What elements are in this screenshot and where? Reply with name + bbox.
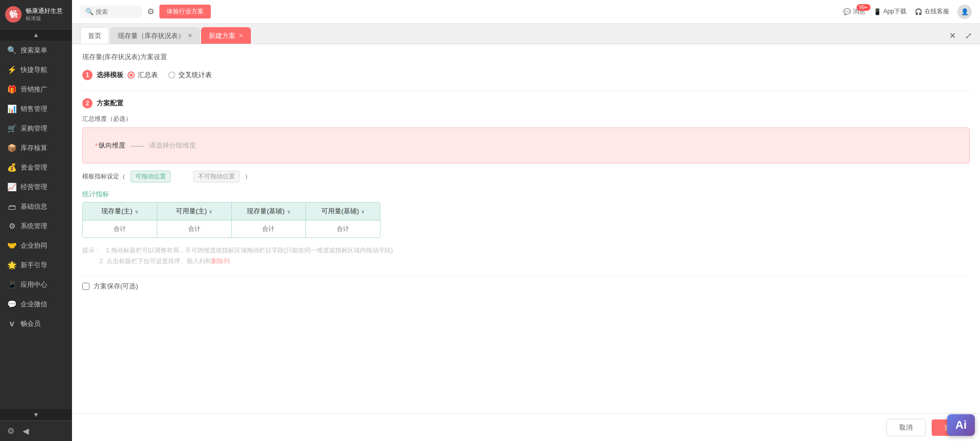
sound-icon[interactable]: ◀ <box>23 426 29 436</box>
sidebar-item-quick-nav[interactable]: ⚡ 快捷导航 <box>0 60 72 80</box>
membership-icon: V <box>7 319 16 328</box>
tab-new-plan[interactable]: 新建方案 ✕ <box>201 27 251 44</box>
app-name: 畅康通好生意 <box>26 7 63 15</box>
step2-header: 2 方案配置 <box>82 98 970 108</box>
stats-col-4[interactable]: 可用量(基辅) ∨ <box>306 203 380 220</box>
save-label: 方案保存(可选) <box>94 282 138 291</box>
col1-chevron[interactable]: ∨ <box>135 209 138 214</box>
stats-col-1[interactable]: 现存量(主) ∨ <box>83 203 157 220</box>
save-checkbox[interactable] <box>82 283 89 290</box>
sidebar-item-operations[interactable]: 📈 经营管理 <box>0 177 72 197</box>
tab-home[interactable]: 首页 <box>80 27 109 44</box>
step2-block: 2 方案配置 汇总维度（必选） * 纵向维度 —— 请选择分组维度 模板指标设定… <box>82 98 970 266</box>
customer-service-button[interactable]: 🎧 在线客服 <box>915 7 949 16</box>
sidebar-item-label: 企业协同 <box>21 241 47 250</box>
logo-text-block: 畅康通好生意 标准版 <box>26 7 63 23</box>
sidebar-item-label: 营销推广 <box>21 85 47 94</box>
tips-title: 提示： 1.拖动标题栏可以调整布局，不可跨维度或指标区域拖动栏目字段(只能在同一… <box>82 246 970 255</box>
sidebar: 畅 畅康通好生意 标准版 ▲ 🔍 搜索菜单 ⚡ 快捷导航 🎁 营销推广 📊 销售… <box>0 0 72 441</box>
stats-cell-4: 合计 <box>306 220 380 237</box>
dimension-field-label: 纵向维度 <box>99 141 125 150</box>
base-info-icon: 🗃 <box>7 202 16 211</box>
sidebar-item-search[interactable]: 🔍 搜索菜单 <box>0 41 72 60</box>
dimension-row[interactable]: * 纵向维度 —— 请选择分组维度 <box>82 127 970 163</box>
system-icon: ⚙ <box>7 222 16 231</box>
step1-header: 1 选择模板 汇总表 交叉统计表 <box>82 70 970 80</box>
sidebar-item-new-guide[interactable]: 🌟 新手引导 <box>0 255 72 275</box>
col2-chevron[interactable]: ∨ <box>209 209 212 214</box>
header-search-box[interactable]: 🔍 <box>80 6 142 17</box>
cancel-button[interactable]: 取消 <box>886 419 925 436</box>
header-settings-icon[interactable]: ⚙ <box>147 7 154 16</box>
operations-icon: 📈 <box>7 182 16 192</box>
user-avatar[interactable]: 👤 <box>957 5 972 19</box>
sidebar-item-base-info[interactable]: 🗃 基础信息 <box>0 197 72 216</box>
tab-close-all-button[interactable]: ✕ <box>946 30 959 42</box>
required-mark: * <box>95 142 98 150</box>
radio-summary[interactable]: 汇总表 <box>128 70 158 80</box>
tab-new-plan-close-icon[interactable]: ✕ <box>239 32 243 39</box>
sidebar-item-finance[interactable]: 💰 资金管理 <box>0 158 72 177</box>
metrics-suffix: ） <box>245 172 251 181</box>
tab-inventory-close-icon[interactable]: ✕ <box>188 32 192 39</box>
ai-badge[interactable]: Ai <box>947 414 975 436</box>
stats-col-2[interactable]: 可用量(主) ∨ <box>157 203 232 220</box>
sidebar-item-system[interactable]: ⚙ 系统管理 <box>0 216 72 236</box>
sidebar-item-label: 资金管理 <box>21 163 47 172</box>
draggable-badge: 可拖动位置 <box>131 171 171 182</box>
tips-section: 提示： 1.拖动标题栏可以调整布局，不可跨维度或指标区域拖动栏目字段(只能在同一… <box>82 246 970 266</box>
sidebar-item-purchase[interactable]: 🛒 采购管理 <box>0 119 72 138</box>
search-icon: 🔍 <box>85 8 94 15</box>
settings-icon[interactable]: ⚙ <box>7 426 14 436</box>
metrics-setting-label: 模板指标设定（ <box>82 172 125 181</box>
finance-icon: 💰 <box>7 163 16 172</box>
stats-col-3[interactable]: 现存量(基辅) ∨ <box>232 203 306 220</box>
sidebar-item-sales[interactable]: 📊 销售管理 <box>0 99 72 119</box>
sidebar-item-label: 企业微信 <box>21 300 47 309</box>
tab-expand-button[interactable]: ⤢ <box>962 30 975 42</box>
purchase-icon: 🛒 <box>7 124 16 133</box>
quick-nav-icon: ⚡ <box>7 65 16 75</box>
col3-chevron[interactable]: ∨ <box>287 209 291 214</box>
search-input[interactable] <box>96 8 137 15</box>
customer-service-icon: 🎧 <box>915 8 922 15</box>
step1-num: 1 <box>82 70 93 80</box>
message-button[interactable]: 💬 消息 99+ <box>843 7 865 16</box>
metrics-setting-row: 模板指标设定（ 可拖动位置 不可拖动位置 ） <box>82 171 970 182</box>
sidebar-item-membership[interactable]: V 畅会员 <box>0 314 72 334</box>
wechat-icon: 💬 <box>7 300 16 309</box>
sidebar-item-inventory[interactable]: 📦 库存核算 <box>0 138 72 158</box>
sidebar-scroll-up[interactable]: ▲ <box>0 29 72 41</box>
sidebar-item-label: 采购管理 <box>21 124 47 133</box>
step2-title: 方案配置 <box>97 99 123 108</box>
step1-block: 1 选择模板 汇总表 交叉统计表 <box>82 70 970 80</box>
col4-label: 可用量(基辅) <box>321 207 359 216</box>
sidebar-item-wechat[interactable]: 💬 企业微信 <box>0 295 72 314</box>
tab-bar-right: ✕ ⤢ <box>946 30 980 44</box>
stats-section: 统计指标 现存量(主) ∨ 可用量(主) ∨ <box>82 190 970 238</box>
app-download-button[interactable]: 📱 App下载 <box>874 7 906 16</box>
non-draggable-badge: 不可拖动位置 <box>193 171 240 182</box>
radio-crosstab-circle <box>168 71 175 79</box>
tab-inventory-status-label: 现存量（库存状况表） <box>118 31 185 41</box>
marketing-icon: 🎁 <box>7 85 16 94</box>
sidebar-item-label: 系统管理 <box>21 222 47 231</box>
header-right: 💬 消息 99+ 📱 App下载 🎧 在线客服 👤 <box>843 5 972 19</box>
sidebar-item-cooperation[interactable]: 🤝 企业协同 <box>0 236 72 255</box>
new-guide-icon: 🌟 <box>7 261 16 270</box>
tab-inventory-status[interactable]: 现存量（库存状况表） ✕ <box>110 27 200 44</box>
avatar-icon: 👤 <box>961 8 969 15</box>
metrics-separator <box>176 172 188 181</box>
radio-crosstab[interactable]: 交叉统计表 <box>168 70 212 80</box>
sidebar-item-marketing[interactable]: 🎁 营销推广 <box>0 80 72 99</box>
tab-new-plan-label: 新建方案 <box>209 31 235 41</box>
stats-cell-2: 合计 <box>157 220 232 237</box>
message-icon: 💬 <box>843 8 851 15</box>
col4-chevron[interactable]: ∨ <box>361 209 365 214</box>
sidebar-scroll-down[interactable]: ▼ <box>0 409 72 420</box>
radio-summary-circle <box>128 71 135 79</box>
sidebar-logo: 畅 畅康通好生意 标准版 <box>0 0 72 29</box>
logo-icon: 畅 <box>5 6 22 23</box>
trial-button[interactable]: 体验行业方案 <box>159 5 211 19</box>
sidebar-item-app-center[interactable]: 📱 应用中心 <box>0 275 72 295</box>
